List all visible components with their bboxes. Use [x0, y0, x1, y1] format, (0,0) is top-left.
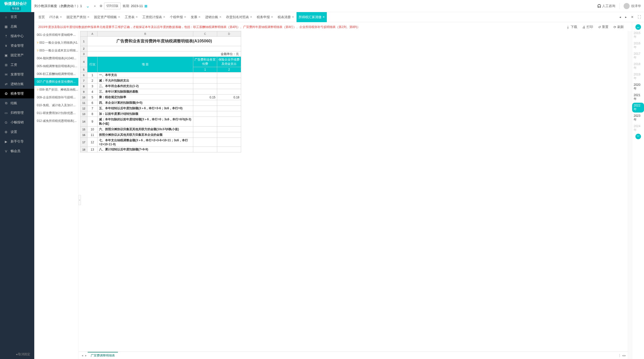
form-list-item[interactable]: 001-企业所得税年度纳税申... — [34, 31, 78, 39]
form-list-item[interactable]: ?003-一般企业成本支出明细... — [34, 47, 78, 54]
cell[interactable] — [193, 127, 217, 132]
cell[interactable] — [193, 100, 217, 106]
download-button[interactable]: ⭳ 下载 — [566, 25, 577, 29]
sidebar-item-14[interactable]: V畅会员 — [0, 146, 34, 156]
close-icon[interactable]: ✕ — [118, 15, 120, 19]
tab[interactable]: 个税申报✕ — [168, 12, 188, 22]
help-link[interactable]: 🎧 人工咨询 — [597, 4, 615, 8]
cell[interactable] — [217, 106, 241, 111]
form-list-item[interactable]: 009-企业所得税弥补亏损明... — [34, 94, 78, 101]
fullscreen-icon[interactable]: ⛶ — [637, 14, 642, 20]
form-list-item[interactable]: 004-期间费用明细表(A1040... — [34, 54, 78, 62]
cell[interactable] — [193, 132, 217, 138]
cell[interactable] — [217, 72, 241, 78]
period-value[interactable]: 2023-11 — [131, 4, 143, 8]
cell[interactable]: 0.18 — [217, 95, 241, 100]
tab[interactable]: 工资表✕ — [123, 12, 140, 22]
sidebar-item-8[interactable]: ✪税务管理 — [0, 89, 34, 98]
tab[interactable]: 工资统计报表✕ — [140, 12, 167, 22]
gear-icon[interactable]: ⚙ — [98, 4, 104, 8]
form-list-item[interactable]: ?002-一般企业收入明细表(A1... — [34, 39, 78, 47]
form-list-item[interactable]: 005-纳税调整项目明细表(A1... — [34, 62, 78, 70]
tab[interactable]: 税务申报✕ — [255, 12, 275, 22]
close-icon[interactable]: ✕ — [87, 15, 89, 19]
chevron-down-icon[interactable]: ⌄ — [84, 3, 92, 9]
sheet-prev-icon[interactable]: ◂ — [81, 354, 84, 357]
sidebar-item-2[interactable]: ⇡报表中心 — [0, 31, 34, 41]
cell[interactable] — [193, 78, 217, 84]
close-icon[interactable]: ✕ — [184, 15, 186, 19]
sidebar-item-9[interactable]: ⧉结账 — [0, 98, 34, 108]
close-icon[interactable]: ✕ — [136, 15, 138, 19]
collapse-handle-icon[interactable]: « — [78, 195, 81, 205]
form-list-item[interactable]: 010-免税、减计收入及加计... — [34, 101, 78, 109]
sheet-tab[interactable]: 广宣费调整明细表 — [88, 352, 118, 359]
close-icon[interactable]: ✕ — [271, 15, 273, 19]
sidebar-item-0[interactable]: ⌂首页 — [0, 12, 34, 22]
sidebar-item-11[interactable]: G小畅报销 — [0, 118, 34, 127]
year-item[interactable]: 2021年 — [632, 92, 644, 102]
tab[interactable]: 所得税汇算清缴✕ — [297, 12, 327, 22]
close-icon[interactable]: ✕ — [292, 15, 294, 19]
sidebar-item-13[interactable]: ▶新手引导 — [0, 137, 34, 146]
tab[interactable]: 发票✕ — [189, 12, 203, 22]
sidebar-item-12[interactable]: ⚙设置 — [0, 127, 34, 137]
tab-scroll-right-icon[interactable]: ▸ — [624, 14, 628, 20]
year-up-icon[interactable]: ︽ — [635, 24, 641, 30]
year-item[interactable]: 2023年 — [632, 113, 644, 123]
sheet-next-icon[interactable]: ▸ — [84, 354, 88, 357]
form-list-item[interactable]: ?008-资产折旧、摊销及纳税... — [34, 86, 78, 94]
cell[interactable] — [193, 111, 217, 117]
cell[interactable] — [217, 78, 241, 84]
close-icon[interactable]: ✕ — [60, 15, 62, 19]
cell[interactable] — [217, 84, 241, 89]
sidebar-item-3[interactable]: ¥资金管理 — [0, 41, 34, 50]
sidebar-item-6[interactable]: ✉发票管理 — [0, 70, 34, 79]
close-icon[interactable]: ✕ — [323, 15, 325, 19]
calendar-icon[interactable]: ▦ — [144, 4, 147, 8]
cell[interactable] — [217, 89, 241, 95]
cell[interactable] — [193, 147, 217, 152]
cell[interactable] — [217, 147, 241, 152]
cell[interactable] — [193, 138, 217, 147]
tab[interactable]: 进销台账✕ — [203, 12, 223, 22]
cell[interactable] — [217, 127, 241, 132]
cell[interactable] — [217, 117, 241, 127]
cell[interactable] — [193, 84, 217, 89]
form-list-item[interactable]: 006-职工薪酬纳税调整明细... — [34, 70, 78, 78]
form-list-item[interactable]: 007-广告费和业务宣传费跨... — [34, 78, 78, 86]
cell[interactable] — [193, 117, 217, 127]
cell[interactable] — [193, 106, 217, 111]
user-menu[interactable]: 徐泽华 — [619, 3, 641, 9]
year-down-icon[interactable]: ︾ — [635, 134, 641, 139]
sidebar-pin-toggle[interactable]: ◂ 取消固定 — [0, 350, 34, 359]
sidebar-item-7[interactable]: ⇄进销台账 — [0, 79, 34, 89]
tab[interactable]: 固定资产类别✕ — [65, 12, 91, 22]
cell[interactable] — [217, 100, 241, 106]
reset-button[interactable]: ↺ 重置 — [598, 25, 608, 29]
cell[interactable]: 0.15 — [193, 95, 217, 100]
plus-icon[interactable]: ＋ — [92, 4, 98, 8]
sidebar-item-4[interactable]: ▣固定资产 — [0, 50, 34, 60]
cell[interactable] — [193, 89, 217, 95]
cell[interactable] — [217, 111, 241, 117]
form-list-item[interactable]: 012-减免所得税优惠明细表(... — [34, 117, 78, 125]
year-item[interactable]: 2020年 — [632, 82, 644, 92]
cell[interactable] — [193, 72, 217, 78]
year-item[interactable]: 2022年 — [632, 103, 644, 113]
close-icon[interactable]: ✕ — [163, 15, 165, 19]
sidebar-item-10[interactable]: ▭归档管理 — [0, 108, 34, 118]
tab[interactable]: 税表清册✕ — [276, 12, 296, 22]
sheet-more-icon[interactable]: ⋮ ◂ ▸ — [618, 354, 626, 357]
close-icon[interactable]: ✕ — [219, 15, 221, 19]
refresh-button[interactable]: ⟳ 刷新 — [614, 25, 624, 29]
tab[interactable]: 存货别名对照表✕ — [224, 12, 254, 22]
tab[interactable]: 固定资产明细账✕ — [92, 12, 122, 22]
account-selector[interactable]: 刘小艳演示账套（勿删勿动！）1 ⌄ — [34, 3, 92, 9]
cell[interactable] — [217, 132, 241, 138]
form-list-item[interactable]: 011-研发费用加计扣除优惠... — [34, 109, 78, 117]
close-all-icon[interactable]: ✕ — [630, 14, 635, 20]
print-button[interactable]: 🖨 打印 — [582, 25, 593, 29]
sidebar-item-1[interactable]: ▦总账 — [0, 22, 34, 31]
vertical-scrollbar[interactable] — [628, 31, 632, 359]
